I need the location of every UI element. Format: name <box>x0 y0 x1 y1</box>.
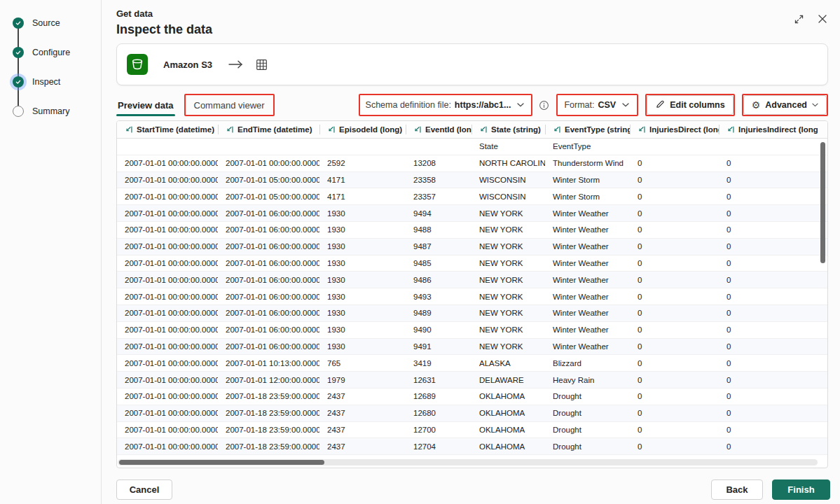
table-cell: 0 <box>630 355 719 371</box>
column-header-label: State (string) <box>491 125 541 134</box>
column-header-eventid[interactable]: EventId (long) <box>406 121 471 138</box>
column-header-starttime[interactable]: StartTime (datetime) <box>117 121 218 138</box>
gear-icon: ⚙ <box>752 100 761 110</box>
table-row: 2007-01-01 00:00:00.00002007-01-18 23:59… <box>117 388 827 405</box>
arrow-right-icon <box>228 59 245 69</box>
tab-preview-data[interactable]: Preview data <box>116 94 175 116</box>
tab-label: Command viewer <box>194 100 265 111</box>
table-row: 2007-01-01 00:00:00.00002007-01-01 06:00… <box>117 339 827 356</box>
table-cell: 0 <box>630 438 719 454</box>
table-cell: Drought <box>545 422 630 438</box>
table-cell: 9490 <box>406 322 471 338</box>
table-cell: 2007-01-01 00:00:00.0000 <box>117 405 218 421</box>
table-cell: OKLAHOMA <box>471 422 545 438</box>
table-cell: Drought <box>545 405 630 421</box>
tab-command-viewer[interactable]: Command viewer <box>184 94 275 116</box>
column-mapping-icon <box>479 125 488 134</box>
stepper-sidebar: Source Configure Inspect Summary <box>0 0 102 504</box>
table-cell: 12700 <box>406 422 471 438</box>
column-header-injuriesindirect[interactable]: InjuriesIndirect (long) <box>719 121 818 138</box>
table-cell: WISCONSIN <box>471 188 545 204</box>
vertical-scrollbar-thumb[interactable] <box>820 142 825 263</box>
table-cell: 2007-01-01 00:00:00.0000 <box>117 422 218 438</box>
table-cell: State <box>471 139 545 155</box>
table-cell: 4171 <box>319 188 406 204</box>
table-cell: 0 <box>719 222 818 238</box>
table-cell: 0 <box>719 272 818 288</box>
table-cell: DELAWARE <box>471 372 545 388</box>
table-cell: 0 <box>719 372 818 388</box>
table-cell: 0 <box>719 405 818 421</box>
table-cell: 2007-01-01 06:00:00.0000 <box>218 205 319 221</box>
dialog-eyebrow: Get data <box>116 8 212 19</box>
table-row: 2007-01-01 00:00:00.00002007-01-01 06:00… <box>117 322 827 339</box>
back-button[interactable]: Back <box>711 479 763 500</box>
table-cell: 1930 <box>319 222 406 238</box>
expand-icon[interactable] <box>792 13 805 25</box>
chevron-down-icon <box>622 103 629 107</box>
table-cell: 2007-01-01 00:00:00.0000 <box>117 339 218 355</box>
column-header-state[interactable]: State (string) <box>471 121 545 138</box>
table-cell: 2007-01-18 23:59:00.0000 <box>218 405 319 421</box>
table-cell: ALASKA <box>471 355 545 371</box>
column-header-eventtype[interactable]: EventType (string) <box>545 121 630 138</box>
table-cell: OKLAHOMA <box>471 438 545 454</box>
table-cell: Heavy Rain <box>545 372 630 388</box>
table-row: 2007-01-01 00:00:00.00002007-01-01 12:00… <box>117 372 827 388</box>
column-header-episodeid[interactable]: EpisodeId (long) <box>319 121 406 138</box>
table-cell: NEW YORK <box>471 288 545 304</box>
table-cell: Drought <box>545 438 630 454</box>
stepper-step-summary[interactable]: Summary <box>13 106 69 117</box>
table-cell: OKLAHOMA <box>471 405 545 421</box>
table-cell: 0 <box>719 355 818 371</box>
table-cell: 2007-01-01 06:00:00.0000 <box>218 305 319 321</box>
table-cell: 1979 <box>319 372 406 388</box>
table-cell: 1930 <box>319 322 406 338</box>
table-row: 2007-01-01 00:00:00.00002007-01-18 23:59… <box>117 405 827 422</box>
step-label: Configure <box>32 48 70 57</box>
chevron-down-icon <box>517 103 524 107</box>
table-cell: 1930 <box>319 239 406 255</box>
column-header-injuriesdirect[interactable]: InjuriesDirect (long) <box>630 121 719 138</box>
table-cell: 2007-01-01 00:00:00.0000 <box>117 272 218 288</box>
column-header-endtime[interactable]: EndTime (datetime) <box>218 121 319 138</box>
cancel-button[interactable]: Cancel <box>116 479 172 500</box>
table-cell: 0 <box>719 438 818 454</box>
table-cell: NEW YORK <box>471 255 545 272</box>
table-cell: Winter Weather <box>545 239 630 255</box>
column-mapping-icon <box>125 125 133 134</box>
table-cell: 0 <box>630 255 719 272</box>
format-dropdown[interactable]: Format: CSV <box>556 94 638 116</box>
close-icon[interactable] <box>816 13 829 25</box>
table-cell: NORTH CAROLINA <box>471 155 545 172</box>
table-cell: 0 <box>630 155 719 172</box>
table-cell: 2007-01-18 23:59:00.0000 <box>218 438 319 454</box>
table-cell: NEW YORK <box>471 222 545 238</box>
table-cell: 0 <box>630 239 719 255</box>
amazon-s3-bucket-icon <box>127 54 148 75</box>
table-cell: NEW YORK <box>471 205 545 221</box>
schema-definition-file-dropdown[interactable]: Schema definition file: https://abc1... <box>359 94 533 116</box>
info-icon[interactable] <box>539 94 549 116</box>
column-header-label: StartTime (datetime) <box>137 125 214 134</box>
edit-columns-button[interactable]: Edit columns <box>645 94 734 116</box>
table-cell: Winter Weather <box>545 272 630 288</box>
table-cell: EventType <box>545 139 630 155</box>
table-row: 2007-01-01 00:00:00.00002007-01-01 05:00… <box>117 188 827 205</box>
table-cell: Winter Weather <box>545 339 630 355</box>
table-cell: 2007-01-01 10:13:00.0000 <box>218 355 319 371</box>
finish-button[interactable]: Finish <box>772 479 830 500</box>
stepper-step-source[interactable]: Source <box>13 18 60 29</box>
stepper-step-configure[interactable]: Configure <box>13 47 70 58</box>
table-cell: OKLAHOMA <box>471 388 545 405</box>
stepper-step-inspect[interactable]: Inspect <box>13 76 60 88</box>
advanced-button[interactable]: ⚙ Advanced <box>742 94 828 116</box>
table-cell: 2007-01-18 23:59:00.0000 <box>218 388 319 405</box>
column-mapping-icon <box>226 125 234 134</box>
table-cell: 2007-01-01 06:00:00.0000 <box>218 288 319 304</box>
table-cell: 3419 <box>406 355 471 371</box>
horizontal-scrollbar-thumb[interactable] <box>119 460 324 465</box>
table-cell: 2007-01-01 05:00:00.0000 <box>218 172 319 188</box>
column-header-label: InjuriesIndirect (long) <box>738 125 818 134</box>
table-cell: 2007-01-01 06:00:00.0000 <box>218 339 319 355</box>
